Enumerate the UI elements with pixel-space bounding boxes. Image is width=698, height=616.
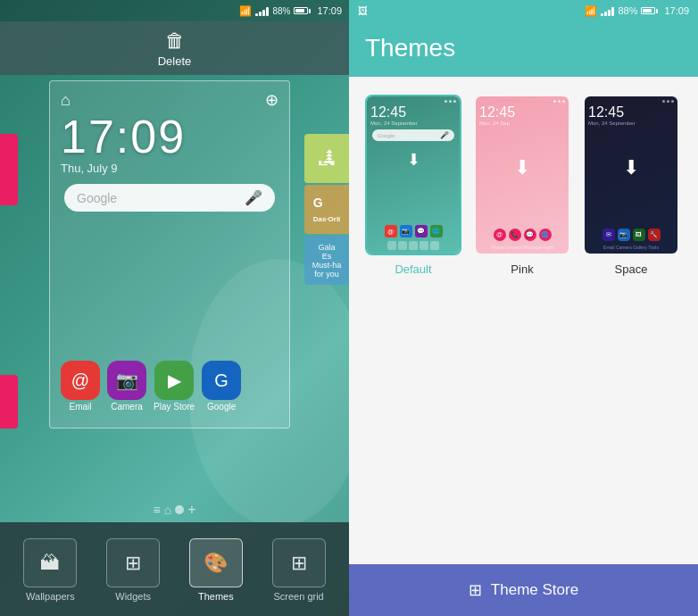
battery-icon-left bbox=[294, 7, 311, 14]
space-ic4: 🔧 bbox=[648, 229, 661, 241]
theme-store-label: Theme Store bbox=[491, 581, 578, 599]
theme-space-name: Space bbox=[615, 262, 648, 276]
menu-themes[interactable]: 🎨 Themes bbox=[189, 538, 243, 602]
phone-top-bar: ⌂ ⊕ bbox=[61, 90, 278, 110]
preview-space-icons: ✉ 📷 🖼 🔧 bbox=[588, 225, 674, 245]
wallpapers-icon: 🏔 bbox=[23, 538, 77, 587]
prev-ic4 bbox=[420, 241, 428, 250]
nav-dot-icon bbox=[175, 505, 184, 514]
preview-pink-download: ⬇ bbox=[514, 147, 530, 188]
bottom-menu: 🏔 Wallpapers ⊞ Widgets 🎨 Themes ⊞ Screen… bbox=[0, 522, 349, 616]
time-left: 17:09 bbox=[317, 5, 342, 16]
bottom-nav-dots: ≡ ⌂ + bbox=[0, 502, 349, 518]
app-icons-row: @ Email 📷 Camera ▶ Play Store G Google bbox=[61, 361, 278, 412]
right-panel: 🖼 📶 88% 17:09 Themes bbox=[349, 0, 698, 616]
widget-clock-time: 17:09 bbox=[61, 113, 278, 160]
delete-toolbar[interactable]: 🗑 Delete bbox=[0, 21, 349, 75]
preview-space-time: 12:45 bbox=[588, 104, 674, 121]
pink-ic1: @ bbox=[494, 229, 506, 241]
wallpapers-label: Wallpapers bbox=[26, 591, 75, 602]
app-camera[interactable]: 📷 Camera bbox=[107, 361, 146, 412]
preview-space-labels: Email Camera Gallery Tools bbox=[588, 245, 674, 250]
app-google[interactable]: G Google bbox=[202, 361, 241, 412]
theme-pink-name: Pink bbox=[511, 262, 533, 276]
delete-label: Delete bbox=[158, 54, 192, 68]
theme-default[interactable]: 12:45 Mon, 24 September Google 🎤 ⬇ @ 📷 💬… bbox=[365, 95, 461, 276]
theme-preview-pink: 12:45 Mon, 24 Sep ⬇ @ 📞 💬 🌐 Phone Contac… bbox=[474, 95, 570, 255]
preview-default-date: Mon, 24 September bbox=[370, 121, 456, 126]
home-icon: ⌂ bbox=[61, 91, 71, 110]
theme-space[interactable]: 12:45 Mon, 24 September ⬇ ✉ 📷 🖼 🔧 Email … bbox=[583, 95, 679, 276]
wifi-icon-right: 📶 bbox=[585, 5, 597, 17]
status-icons-left: 📶 88% 17:09 bbox=[239, 5, 342, 17]
battery-percent-left: 88% bbox=[272, 6, 290, 16]
pink-ic4: 🌐 bbox=[539, 229, 552, 241]
gallery-peek: 🏞 GDas·Orli GalaEsMust-hafor you bbox=[304, 134, 349, 287]
battery-icon-right bbox=[641, 7, 658, 14]
prev-ic1 bbox=[387, 241, 396, 250]
camera-label: Camera bbox=[111, 402, 143, 412]
preview-default-icons: @ 📷 💬 🌐 bbox=[370, 221, 456, 241]
google-label: Google bbox=[207, 402, 236, 412]
pink-ic3: 💬 bbox=[524, 229, 536, 241]
app-playstore[interactable]: ▶ Play Store bbox=[154, 361, 195, 412]
prev-cam: 📷 bbox=[400, 225, 412, 237]
nav-home-icon: ⌂ bbox=[164, 503, 171, 517]
menu-wallpapers[interactable]: 🏔 Wallpapers bbox=[23, 538, 77, 602]
camera-icon: 📷 bbox=[107, 361, 146, 400]
prev-ic2 bbox=[398, 241, 407, 250]
space-ic3: 🖼 bbox=[633, 229, 645, 241]
themes-header: Themes bbox=[349, 21, 698, 77]
email-icon: @ bbox=[61, 361, 100, 400]
menu-screen-grid[interactable]: ⊞ Screen grid bbox=[272, 538, 326, 602]
space-ic1: ✉ bbox=[602, 229, 615, 241]
left-panel: 📶 88% 17:09 🗑 Delete 🏞 GDas·Orli bbox=[0, 0, 349, 616]
preview-pink-time: 12:45 bbox=[479, 104, 565, 121]
preview-default-search: Google 🎤 bbox=[372, 129, 454, 141]
search-placeholder: Google bbox=[77, 191, 245, 205]
battery-percent-right: 88% bbox=[618, 5, 637, 16]
theme-store-button[interactable]: ⊞ Theme Store bbox=[349, 564, 698, 616]
theme-default-name: Default bbox=[395, 262, 431, 276]
preview-default-time: 12:45 bbox=[370, 104, 456, 121]
gallery-item-3: GalaEsMust-hafor you bbox=[304, 236, 349, 285]
preview-pink-icons: @ 📞 💬 🌐 bbox=[479, 225, 565, 245]
preview-default-download: ⬇ bbox=[370, 150, 456, 170]
preview-space-status bbox=[588, 100, 674, 103]
widget-plus-icon: ⊕ bbox=[265, 90, 278, 110]
theme-store-icon: ⊞ bbox=[469, 580, 482, 600]
side-peek-left-2 bbox=[0, 375, 18, 429]
prev-ic3 bbox=[409, 241, 418, 250]
preview-pink-date: Mon, 24 Sep bbox=[479, 121, 565, 126]
screengrid-label: Screen grid bbox=[273, 591, 323, 602]
side-peek-left-1 bbox=[0, 134, 18, 205]
widget-clock-date: Thu, July 9 bbox=[61, 162, 278, 175]
time-right: 17:09 bbox=[664, 5, 689, 16]
app-email[interactable]: @ Email bbox=[61, 361, 100, 412]
signal-icon bbox=[255, 5, 269, 16]
widgets-icon: ⊞ bbox=[106, 538, 160, 587]
gallery-item-2: GDas·Orli bbox=[304, 185, 349, 234]
themes-scroll-area[interactable]: 12:45 Mon, 24 September Google 🎤 ⬇ @ 📷 💬… bbox=[349, 77, 698, 616]
preview-default-status bbox=[370, 100, 456, 103]
themes-icon: 🎨 bbox=[189, 538, 243, 587]
status-left-icons-right: 🖼 bbox=[358, 5, 368, 16]
theme-preview-default: 12:45 Mon, 24 September Google 🎤 ⬇ @ 📷 💬… bbox=[365, 95, 461, 255]
status-bar-right: 🖼 📶 88% 17:09 bbox=[349, 0, 698, 21]
prev-inet: 🌐 bbox=[430, 225, 443, 237]
wifi-icon: 📶 bbox=[239, 5, 252, 17]
space-ic2: 📷 bbox=[618, 229, 630, 241]
menu-widgets[interactable]: ⊞ Widgets bbox=[106, 538, 160, 602]
preview-pink-labels: Phone Contacts Message Apps bbox=[479, 245, 565, 250]
playstore-icon: ▶ bbox=[154, 361, 194, 400]
signal-icon-right bbox=[601, 5, 614, 16]
google-icon: G bbox=[202, 361, 241, 400]
delete-icon: 🗑 bbox=[165, 29, 185, 53]
status-right-icons-right: 📶 88% 17:09 bbox=[585, 5, 689, 17]
mic-icon: 🎤 bbox=[245, 189, 262, 206]
status-bar-left: 📶 88% 17:09 bbox=[0, 0, 349, 21]
search-bar[interactable]: Google 🎤 bbox=[64, 184, 275, 212]
playstore-label: Play Store bbox=[154, 402, 195, 412]
theme-pink[interactable]: 12:45 Mon, 24 Sep ⬇ @ 📞 💬 🌐 Phone Contac… bbox=[474, 95, 570, 276]
theme-preview-space: 12:45 Mon, 24 September ⬇ ✉ 📷 🖼 🔧 Email … bbox=[583, 95, 679, 255]
